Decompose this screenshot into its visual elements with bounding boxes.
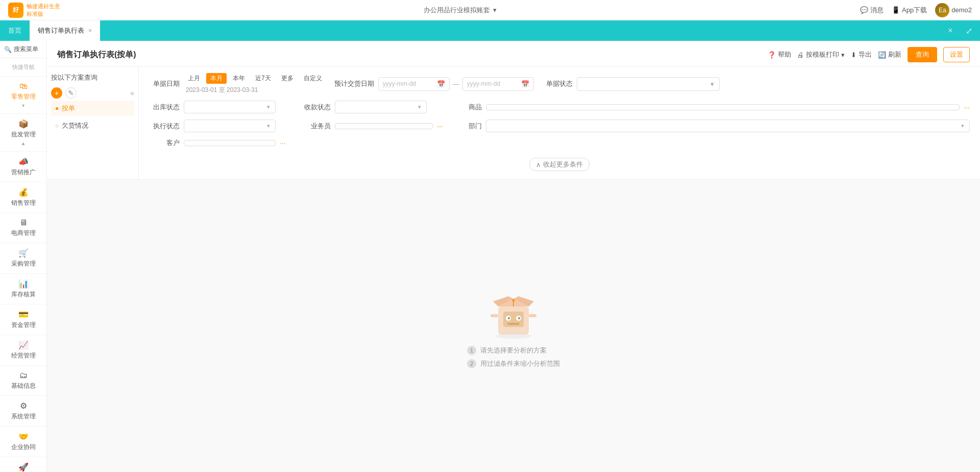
- scheme-inactive-icon: ○: [55, 122, 59, 129]
- header-left: 好 畅捷通好生意 标准版: [8, 3, 60, 18]
- scheme-panel: 按以下方案查询 + ✎ « ● 按单 ○ 欠货情况: [47, 67, 139, 179]
- dropdown-icon: ▾: [267, 104, 270, 110]
- sidebar-item-operations[interactable]: 📈 经营管理: [0, 335, 46, 366]
- svg-point-4: [508, 317, 510, 319]
- sidebar: 🔍 搜索菜单 快捷导航 🛍 零售管理 ▾ 📦 批发管理 ▲ 📣 营销推广 💰 销…: [0, 41, 47, 472]
- settings-btn[interactable]: 设置: [943, 47, 970, 62]
- dropdown-icon: ▾: [841, 51, 845, 59]
- date-tab-7days[interactable]: 近7天: [251, 73, 275, 84]
- field-out-status: 出库状态 ▾: [149, 101, 292, 113]
- customer-select[interactable]: [184, 140, 276, 146]
- date-tab-more[interactable]: 更多: [277, 73, 298, 84]
- product-selector[interactable]: 办公用品行业模拟账套 ▾: [424, 6, 497, 15]
- purchase-icon: 🛒: [18, 248, 29, 258]
- single-date-label: 单据日期: [149, 79, 180, 88]
- single-status-label: 单据状态: [542, 79, 573, 88]
- filter-fields: 单据日期 上月 本月 本年 近7天 更多 自定义 2023-03-01 至 20…: [139, 67, 980, 179]
- date-tab-custom[interactable]: 自定义: [300, 73, 326, 84]
- data-area: 1 请先选择要分析的方案 2 用过滤条件来缩小分析范围: [47, 180, 980, 472]
- help-icon: ❓: [768, 51, 776, 59]
- add-scheme-btn[interactable]: +: [51, 87, 62, 99]
- empty-illustration: [483, 284, 544, 340]
- salesperson-select[interactable]: [335, 123, 433, 129]
- sidebar-item-system[interactable]: ⚙ 系统管理: [0, 396, 46, 427]
- collapse-icon: ∧: [536, 161, 541, 169]
- date-separator: —: [453, 80, 459, 88]
- page-title: 销售订单执行表(按单): [57, 50, 136, 60]
- single-status-select[interactable]: ▾: [577, 77, 720, 91]
- tab-close-icon[interactable]: ×: [88, 27, 92, 34]
- exec-status-select[interactable]: ▾: [184, 120, 276, 132]
- message-btn[interactable]: 💬 消息: [860, 6, 884, 15]
- finance-icon: 💳: [18, 310, 29, 319]
- sidebar-item-ecommerce[interactable]: 🖥 电商管理: [0, 213, 46, 243]
- help-btn[interactable]: ❓ 帮助: [768, 50, 791, 59]
- operations-icon: 📈: [18, 340, 29, 350]
- goods-label: 商品: [451, 103, 482, 112]
- scheme-item-by-order[interactable]: ● 按单: [51, 101, 134, 116]
- print-template-btn[interactable]: 🖨 按模板打印 ▾: [797, 50, 845, 59]
- sidebar-item-newbie[interactable]: 🚀 新手引导: [0, 457, 46, 472]
- svg-point-11: [496, 334, 531, 339]
- tab-home[interactable]: 首页: [0, 20, 30, 41]
- sidebar-item-wholesale[interactable]: 📦 批发管理 ▲: [0, 114, 46, 152]
- refresh-btn[interactable]: 🔄 刷新: [878, 50, 901, 59]
- sidebar-item-inventory[interactable]: 📊 库存核算: [0, 274, 46, 304]
- department-label: 部门: [451, 122, 482, 131]
- receipt-status-select[interactable]: ▾: [335, 101, 427, 113]
- newbie-icon: 🚀: [18, 462, 29, 472]
- expected-date-label: 预计交货日期: [334, 79, 374, 88]
- user-area[interactable]: Ea demo2: [935, 3, 972, 17]
- sidebar-item-marketing[interactable]: 📣 营销推广: [0, 152, 46, 182]
- sidebar-item-purchase[interactable]: 🛒 采购管理: [0, 243, 46, 274]
- sidebar-item-finance[interactable]: 💳 资金管理: [0, 304, 46, 335]
- tab-expand-btn[interactable]: ⤢: [962, 23, 976, 38]
- field-exec-status: 执行状态 ▾: [149, 120, 292, 132]
- exec-status-label: 执行状态: [149, 122, 180, 131]
- edit-scheme-btn[interactable]: ✎: [65, 87, 77, 99]
- query-btn[interactable]: 查询: [908, 47, 937, 62]
- calendar-icon: 📅: [437, 80, 445, 88]
- sidebar-item-enterprise[interactable]: 🤝 企业协同: [0, 427, 46, 457]
- department-select[interactable]: ▾: [486, 120, 970, 132]
- filter-row-1: 单据日期 上月 本月 本年 近7天 更多 自定义 2023-03-01 至 20…: [149, 73, 970, 95]
- scheme-title: 按以下方案查询: [51, 73, 134, 82]
- logo-text: 畅捷通好生意 标准版: [27, 3, 60, 17]
- date-tab-lastmonth[interactable]: 上月: [184, 73, 204, 84]
- filter-row-3: 执行状态 ▾ 业务员 ···: [149, 120, 970, 132]
- tab-close-window-btn[interactable]: ×: [943, 23, 958, 38]
- scheme-item-credit[interactable]: ○ 欠货情况: [51, 118, 134, 133]
- collapse-more-btn[interactable]: ∧ 收起更多条件: [529, 158, 590, 171]
- enterprise-icon: 🤝: [18, 432, 29, 441]
- search-icon: 🔍: [4, 46, 12, 53]
- goods-more-btn[interactable]: ···: [964, 103, 970, 111]
- sidebar-item-retail[interactable]: 🛍 零售管理 ▾: [0, 77, 46, 114]
- tab-sales-order[interactable]: 销售订单执行表 ×: [30, 20, 100, 41]
- salesperson-label: 业务员: [300, 122, 331, 131]
- search-menu-btn[interactable]: 🔍 搜索菜单: [0, 41, 46, 58]
- page-title-bar: 销售订单执行表(按单) ❓ 帮助 🖨 按模板打印 ▾ ⬇ 导出 🔄 刷新: [47, 41, 980, 67]
- sidebar-nav-label: 快捷导航: [0, 58, 46, 77]
- expected-date-range: yyyy-mm-dd 📅 — yyyy-mm-dd 📅: [378, 77, 534, 91]
- refresh-icon: 🔄: [878, 51, 886, 59]
- sidebar-item-basic[interactable]: 🗂 基础信息: [0, 366, 46, 396]
- export-btn[interactable]: ⬇ 导出: [851, 50, 872, 59]
- salesperson-more-btn[interactable]: ···: [437, 122, 443, 130]
- sidebar-item-sales[interactable]: 💰 销售管理: [0, 182, 46, 213]
- top-header: 好 畅捷通好生意 标准版 办公用品行业模拟账套 ▾ 💬 消息 📱 App下载 E…: [0, 0, 980, 20]
- out-status-select[interactable]: ▾: [184, 101, 276, 113]
- date-tab-thismonth[interactable]: 本月: [206, 73, 227, 84]
- logo-area: 好 畅捷通好生意 标准版: [8, 3, 60, 18]
- dropdown-icon: ▾: [493, 6, 497, 14]
- goods-select[interactable]: [486, 104, 960, 110]
- dropdown-icon: ▾: [418, 104, 421, 110]
- date-tab-thisyear[interactable]: 本年: [229, 73, 249, 84]
- customer-more-btn[interactable]: ···: [280, 139, 286, 147]
- retail-icon: 🛍: [19, 82, 28, 91]
- collapse-scheme-btn[interactable]: «: [130, 89, 134, 97]
- expected-date-start[interactable]: yyyy-mm-dd 📅: [378, 77, 450, 91]
- expected-date-end[interactable]: yyyy-mm-dd 📅: [462, 77, 534, 91]
- empty-state: 1 请先选择要分析的方案 2 用过滤条件来缩小分析范围: [467, 284, 560, 368]
- app-download-btn[interactable]: 📱 App下载: [892, 6, 927, 15]
- export-icon: ⬇: [851, 51, 856, 59]
